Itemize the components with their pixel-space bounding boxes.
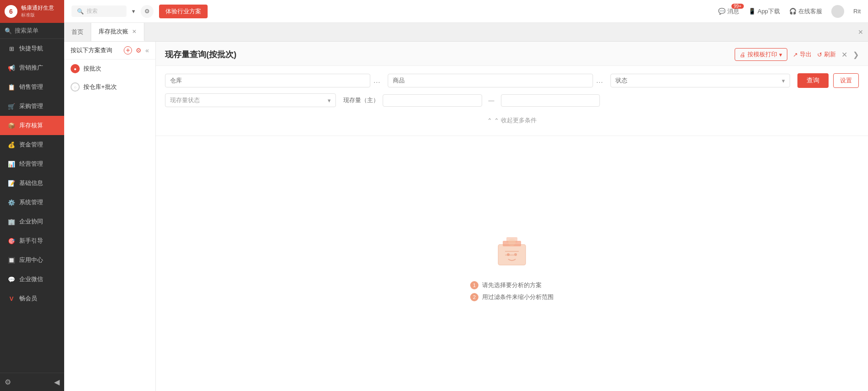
sidebar-item-member[interactable]: V 畅会员 <box>0 289 64 308</box>
query-btn[interactable]: 查询 <box>797 73 829 88</box>
product-input[interactable]: 商品 <box>388 74 593 87</box>
sidebar-search[interactable]: 🔍 搜索菜单 <box>0 23 64 39</box>
collapse-up-icon: ⌃ ⌃ <box>487 117 499 124</box>
close-right-panel-btn[interactable]: ✕ <box>841 50 847 59</box>
batch-filter-active-icon: ● <box>71 64 80 73</box>
status-select[interactable]: 状态 ▾ <box>610 74 790 87</box>
page-content: 按以下方案查询 + ⚙ « ● 按批次 ○ 按仓库+批次 现存量查询(按批次) <box>64 42 868 391</box>
finance-icon: 💰 <box>7 141 16 149</box>
filter-by-warehouse-batch[interactable]: ○ 按仓库+批次 <box>64 78 155 96</box>
sidebar-item-basic[interactable]: 📝 基础信息 <box>0 174 64 193</box>
inventory-main-field: 现存量（主） — <box>343 94 600 107</box>
topbar-search[interactable]: 🔍 搜索 <box>71 5 126 17</box>
print-btn[interactable]: 🖨 按模板打印 ▾ <box>735 48 787 61</box>
user-avatar[interactable] <box>831 5 844 18</box>
username-label[interactable]: Rit <box>853 8 861 15</box>
warehouse-more-btn[interactable]: … <box>373 76 380 85</box>
sidebar-item-purchase[interactable]: 🛒 采购管理 <box>0 97 64 116</box>
sidebar-item-guide[interactable]: 🎯 新手引导 <box>0 231 64 250</box>
sidebar-item-enterprise[interactable]: 🏢 企业协同 <box>0 212 64 231</box>
sidebar-item-system[interactable]: ⚙️ 系统管理 <box>0 193 64 212</box>
topbar-actions: 💬 消息 99+ 📱 App下载 🎧 在线客服 Rit <box>718 5 861 18</box>
trial-btn[interactable]: 体验行业方案 <box>159 5 208 18</box>
sidebar-footer: ⚙ ◀ <box>0 373 64 391</box>
empty-tip-1: 1 请先选择要分析的方案 <box>470 281 554 289</box>
export-btn[interactable]: ↗ 导出 <box>793 50 812 59</box>
settings-icon: ⚙ <box>144 8 150 15</box>
topbar-settings-btn[interactable]: ⚙ <box>141 5 154 18</box>
collapse-sidebar-icon[interactable]: ◀ <box>54 378 60 386</box>
app-name: 畅康通好生意 <box>21 5 54 12</box>
print-dropdown-icon[interactable]: ▾ <box>779 51 782 58</box>
refresh-btn[interactable]: ↺ 刷新 <box>817 50 836 59</box>
collapse-more-btn[interactable]: ⌃ ⌃ 收起更多条件 <box>165 113 859 128</box>
settings-footer-icon[interactable]: ⚙ <box>5 378 11 386</box>
headset-icon: 🎧 <box>789 8 797 15</box>
svg-point-7 <box>507 253 510 256</box>
empty-illustration <box>489 226 535 272</box>
status-label: 状态 <box>615 76 627 85</box>
tab-home[interactable]: 首页 <box>64 23 91 41</box>
close-all-tabs-btn[interactable]: ✕ <box>858 28 863 36</box>
filter-row-1: 仓库 … 商品 … <box>165 73 859 88</box>
sidebar-item-sales[interactable]: 📋 销售管理 <box>0 77 64 97</box>
tab-close-inventory-batch[interactable]: ✕ <box>132 28 137 35</box>
filter-settings-btn-right[interactable]: 设置 <box>833 73 859 88</box>
filter-settings-btn[interactable]: ⚙ <box>136 47 142 54</box>
left-filter-panel: 按以下方案查询 + ⚙ « ● 按批次 ○ 按仓库+批次 <box>64 42 156 391</box>
message-icon: 💬 <box>718 8 725 15</box>
print-icon: 🖨 <box>740 51 746 58</box>
product-more-btn[interactable]: … <box>596 76 603 85</box>
tabbar: 首页 库存批次账 ✕ ✕ <box>64 23 868 42</box>
inventory-main-dash: — <box>489 97 494 104</box>
inventory-main-from[interactable] <box>383 94 482 107</box>
member-icon: V <box>7 294 16 303</box>
filter-area: 仓库 … 商品 … <box>156 66 868 136</box>
sidebar-item-quick-nav[interactable]: ⊞ 快捷导航 <box>0 39 64 58</box>
sidebar-item-marketing[interactable]: 📢 营销推广 <box>0 58 64 77</box>
left-panel-title: 按以下方案查询 <box>71 46 112 54</box>
main-area: 🔍 搜索 ▾ ⚙ 体验行业方案 💬 消息 99+ 📱 App下载 🎧 在线客服 <box>64 0 868 391</box>
warehouse-input-field[interactable] <box>185 77 365 84</box>
sidebar-item-operation[interactable]: 📊 经营管理 <box>0 154 64 174</box>
warehouse-input[interactable]: 仓库 <box>165 74 370 87</box>
sidebar-item-wechat[interactable]: 💬 企业微信 <box>0 270 64 289</box>
collapse-left-panel-btn[interactable]: « <box>145 47 149 54</box>
sidebar: 6 畅康通好生意 标准版 🔍 搜索菜单 ⊞ 快捷导航 📢 营销推广 📋 销售管理… <box>0 0 64 391</box>
filter-by-batch[interactable]: ● 按批次 <box>64 60 155 78</box>
messages-btn[interactable]: 💬 消息 99+ <box>718 7 739 16</box>
sidebar-header: 6 畅康通好生意 标准版 <box>0 0 64 23</box>
search-icon: 🔍 <box>5 27 12 34</box>
app-download-btn[interactable]: 📱 App下载 <box>748 7 780 16</box>
empty-tip-2: 2 用过滤条件来缩小分析范围 <box>470 293 554 301</box>
app-logo: 6 <box>5 5 17 18</box>
topbar: 🔍 搜索 ▾ ⚙ 体验行业方案 💬 消息 99+ 📱 App下载 🎧 在线客服 <box>64 0 868 23</box>
marketing-icon: 📢 <box>7 64 16 72</box>
inventory-main-to-input[interactable] <box>506 97 595 104</box>
tab-inventory-batch[interactable]: 库存批次账 ✕ <box>91 23 144 41</box>
sales-icon: 📋 <box>7 83 16 91</box>
expand-panel-btn[interactable]: ❯ <box>853 50 859 59</box>
warehouse-label: 仓库 <box>170 76 182 85</box>
refresh-icon: ↺ <box>817 51 822 58</box>
inventory-status-select[interactable]: 现存量状态 ▾ <box>165 93 336 107</box>
inventory-main-label: 现存量（主） <box>343 96 379 104</box>
inventory-main-from-input[interactable] <box>388 97 477 104</box>
sidebar-item-inventory[interactable]: 📦 库存核算 <box>0 116 64 135</box>
empty-tips: 1 请先选择要分析的方案 2 用过滤条件来缩小分析范围 <box>470 281 554 301</box>
status-dropdown-icon: ▾ <box>782 77 785 84</box>
topbar-dropdown-icon[interactable]: ▾ <box>132 8 135 15</box>
svg-point-8 <box>514 253 517 256</box>
add-filter-btn[interactable]: + <box>124 46 132 54</box>
sidebar-item-finance[interactable]: 💰 资金管理 <box>0 135 64 154</box>
status-field: 状态 ▾ <box>610 74 790 87</box>
filter-row-2: 现存量状态 ▾ 现存量（主） — <box>165 93 859 107</box>
warehouse-field: 仓库 … <box>165 74 380 87</box>
topbar-search-icon: 🔍 <box>77 8 84 15</box>
basic-icon: 📝 <box>7 179 16 187</box>
online-support-btn[interactable]: 🎧 在线客服 <box>789 7 822 16</box>
product-input-field[interactable] <box>407 77 588 84</box>
sidebar-item-apps[interactable]: 🔲 应用中心 <box>0 250 64 270</box>
inventory-main-to[interactable] <box>501 94 600 107</box>
sidebar-nav: ⊞ 快捷导航 📢 营销推广 📋 销售管理 🛒 采购管理 📦 库存核算 💰 资金管… <box>0 39 64 373</box>
